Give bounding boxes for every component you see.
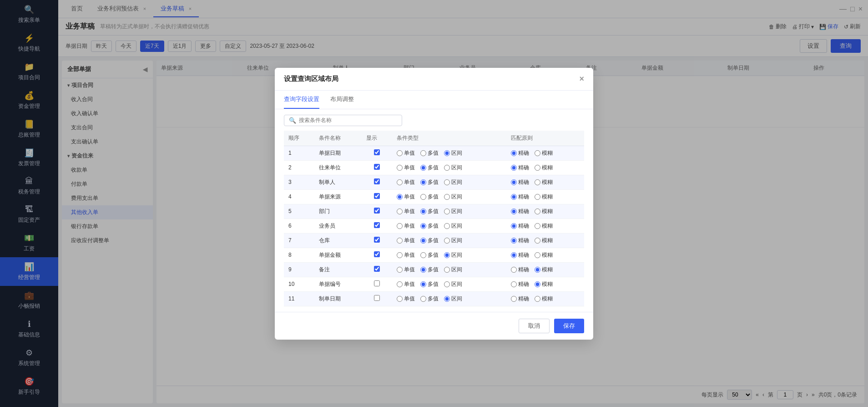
type-multi-radio[interactable]: 多值 xyxy=(420,251,439,259)
match-fuzzy-radio[interactable]: 模糊 xyxy=(535,178,553,186)
row-show[interactable] xyxy=(362,160,392,175)
settings-col-match: 匹配原则 xyxy=(506,131,584,146)
row-show[interactable] xyxy=(362,248,392,262)
type-single-radio[interactable]: 单值 xyxy=(397,164,415,172)
type-range-radio[interactable]: 区间 xyxy=(444,266,462,274)
show-checkbox[interactable] xyxy=(374,149,380,155)
match-fuzzy-radio[interactable]: 模糊 xyxy=(535,193,553,201)
row-show[interactable] xyxy=(362,233,392,248)
type-range-radio[interactable]: 区间 xyxy=(444,295,462,303)
type-multi-radio[interactable]: 多值 xyxy=(420,295,439,303)
type-single-radio[interactable]: 单值 xyxy=(397,149,415,157)
type-single-radio[interactable]: 单值 xyxy=(397,266,415,274)
modal-tab-query[interactable]: 查询字段设置 xyxy=(284,91,319,109)
match-exact-radio[interactable]: 精确 xyxy=(511,178,529,186)
row-match: 精确 模糊 xyxy=(506,175,584,189)
show-checkbox[interactable] xyxy=(374,222,380,228)
type-range-radio[interactable]: 区间 xyxy=(444,280,462,288)
type-multi-radio[interactable]: 多值 xyxy=(420,208,439,215)
type-range-radio[interactable]: 区间 xyxy=(444,164,462,172)
match-fuzzy-radio[interactable]: 模糊 xyxy=(535,251,553,259)
settings-row: 11 制单日期 单值 多值 区间 精确 xyxy=(284,291,584,306)
row-show[interactable] xyxy=(362,175,392,189)
row-show[interactable] xyxy=(362,189,392,204)
settings-row: 2 往来单位 单值 多值 区间 精确 xyxy=(284,160,584,175)
match-fuzzy-radio[interactable]: 模糊 xyxy=(535,222,553,230)
type-single-radio[interactable]: 单值 xyxy=(397,193,415,201)
show-checkbox[interactable] xyxy=(374,193,380,199)
match-exact-radio[interactable]: 精确 xyxy=(511,280,529,288)
show-checkbox[interactable] xyxy=(374,178,380,184)
match-fuzzy-radio[interactable]: 模糊 xyxy=(535,164,553,172)
match-exact-radio[interactable]: 精确 xyxy=(511,222,529,230)
type-multi-radio[interactable]: 多值 xyxy=(420,164,439,172)
cancel-button[interactable]: 取消 xyxy=(519,319,550,333)
type-range-radio[interactable]: 区间 xyxy=(444,149,462,157)
match-exact-radio[interactable]: 精确 xyxy=(511,164,529,172)
match-fuzzy-radio[interactable]: 模糊 xyxy=(535,280,553,288)
type-single-radio[interactable]: 单值 xyxy=(397,178,415,186)
type-single-radio[interactable]: 单值 xyxy=(397,222,415,230)
match-exact-radio[interactable]: 精确 xyxy=(511,237,529,244)
match-exact-radio[interactable]: 精确 xyxy=(511,149,529,157)
type-single-radio[interactable]: 单值 xyxy=(397,295,415,303)
row-order: 11 xyxy=(284,291,314,306)
type-range-radio[interactable]: 区间 xyxy=(444,193,462,201)
settings-row: 3 制单人 单值 多值 区间 精确 xyxy=(284,175,584,189)
row-show[interactable] xyxy=(362,204,392,219)
type-single-radio[interactable]: 单值 xyxy=(397,280,415,288)
show-checkbox[interactable] xyxy=(374,266,380,272)
match-fuzzy-radio[interactable]: 模糊 xyxy=(535,208,553,215)
row-name: 单据金额 xyxy=(314,248,362,262)
row-order: 8 xyxy=(284,248,314,262)
modal-tab-layout[interactable]: 布局调整 xyxy=(330,91,354,109)
row-show[interactable] xyxy=(362,219,392,233)
type-multi-radio[interactable]: 多值 xyxy=(420,193,439,201)
modal-save-button[interactable]: 保存 xyxy=(554,319,584,333)
modal-search-input[interactable] xyxy=(299,117,397,123)
type-multi-radio[interactable]: 多值 xyxy=(420,149,439,157)
type-single-radio[interactable]: 单值 xyxy=(397,237,415,244)
match-exact-radio[interactable]: 精确 xyxy=(511,266,529,274)
show-checkbox[interactable] xyxy=(374,251,380,257)
type-range-radio[interactable]: 区间 xyxy=(444,178,462,186)
match-exact-radio[interactable]: 精确 xyxy=(511,193,529,201)
match-fuzzy-radio[interactable]: 模糊 xyxy=(535,149,553,157)
row-match: 精确 模糊 xyxy=(506,146,584,160)
match-fuzzy-radio[interactable]: 模糊 xyxy=(535,295,553,303)
type-single-radio[interactable]: 单值 xyxy=(397,208,415,215)
match-fuzzy-radio[interactable]: 模糊 xyxy=(535,237,553,244)
type-range-radio[interactable]: 区间 xyxy=(444,222,462,230)
show-checkbox[interactable] xyxy=(374,237,380,243)
row-show[interactable] xyxy=(362,277,392,291)
type-multi-radio[interactable]: 多值 xyxy=(420,266,439,274)
row-show[interactable] xyxy=(362,262,392,277)
row-show[interactable] xyxy=(362,291,392,306)
type-range-radio[interactable]: 区间 xyxy=(444,237,462,244)
row-type: 单值 多值 区间 xyxy=(392,219,506,233)
settings-row: 6 业务员 单值 多值 区间 精确 xyxy=(284,219,584,233)
type-multi-radio[interactable]: 多值 xyxy=(420,178,439,186)
modal-header: 设置查询区域布局 × xyxy=(275,68,593,91)
settings-row: 4 单据来源 单值 多值 区间 精确 xyxy=(284,189,584,204)
type-multi-radio[interactable]: 多值 xyxy=(420,280,439,288)
match-exact-radio[interactable]: 精确 xyxy=(511,251,529,259)
show-checkbox[interactable] xyxy=(374,295,380,301)
match-exact-radio[interactable]: 精确 xyxy=(511,208,529,215)
show-checkbox[interactable] xyxy=(374,208,380,214)
match-exact-radio[interactable]: 精确 xyxy=(511,295,529,303)
type-single-radio[interactable]: 单值 xyxy=(397,251,415,259)
type-multi-radio[interactable]: 多值 xyxy=(420,222,439,230)
settings-row: 8 单据金额 单值 多值 区间 精确 xyxy=(284,248,584,262)
type-range-radio[interactable]: 区间 xyxy=(444,208,462,215)
row-match: 精确 模糊 xyxy=(506,262,584,277)
row-show[interactable] xyxy=(362,146,392,160)
show-checkbox[interactable] xyxy=(374,164,380,170)
modal-close-button[interactable]: × xyxy=(579,74,584,84)
settings-col-name: 条件名称 xyxy=(314,131,362,146)
match-fuzzy-radio[interactable]: 模糊 xyxy=(535,266,553,274)
type-range-radio[interactable]: 区间 xyxy=(444,251,462,259)
show-checkbox[interactable] xyxy=(374,280,380,286)
settings-row: 7 仓库 单值 多值 区间 精确 xyxy=(284,233,584,248)
type-multi-radio[interactable]: 多值 xyxy=(420,237,439,244)
